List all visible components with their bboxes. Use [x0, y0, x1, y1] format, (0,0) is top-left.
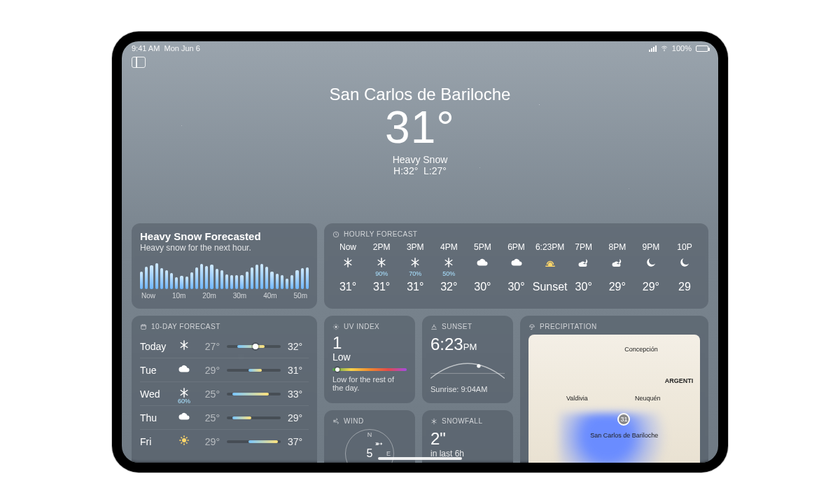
minute-xaxis-label: Now: [141, 292, 155, 300]
hourly-precip-pct: 90%: [375, 270, 388, 276]
wind-header-label: WIND: [344, 417, 364, 425]
precip-map[interactable]: Concepción ARGENTI Neuquén Valdivia 31 S…: [528, 335, 700, 463]
tenday-row[interactable]: Fri 29° 37°: [140, 429, 309, 453]
snowfall-card[interactable]: SNOWFALL 2" in last 6h: [422, 410, 513, 463]
uv-scale-bar: [332, 368, 407, 371]
hourly-slot[interactable]: 4PM 50% 32°: [433, 242, 464, 293]
ipad-frame: 9:41 AM Mon Jun 6 100% San Carlos de Bar…: [112, 31, 728, 472]
signal-icon: [649, 46, 657, 52]
status-right: 100%: [649, 44, 708, 52]
current-condition: Heavy Snow: [122, 154, 718, 165]
battery-icon: [696, 46, 708, 52]
minute-xaxis-label: 50m: [294, 292, 307, 300]
hourly-slot[interactable]: 6PM 30°: [500, 242, 531, 293]
tenday-low: 27°: [199, 341, 220, 352]
uv-header: UV INDEX: [332, 323, 407, 330]
wind-card[interactable]: WIND N E 5 ➶: [324, 410, 415, 463]
tenday-day: Tue: [140, 365, 169, 376]
sidebar-toggle-icon[interactable]: [132, 57, 146, 68]
hourly-slot[interactable]: 7PM 30°: [568, 242, 599, 293]
home-indicator[interactable]: [378, 457, 462, 460]
hourly-slot[interactable]: 10P 29: [669, 242, 700, 293]
sunset-icon: [430, 323, 438, 330]
wifi-icon: [661, 45, 668, 52]
sun-icon: [332, 323, 340, 330]
uv-note: Low for the rest of the day.: [332, 375, 407, 392]
tenday-row[interactable]: Tue 29° 31°: [140, 358, 309, 382]
compass-e: E: [386, 450, 391, 457]
hourly-temp: 29: [678, 281, 691, 293]
minute-subtitle: Heavy snow for the next hour.: [140, 243, 309, 253]
status-time: 9:41 AM: [132, 44, 160, 52]
hourly-time: 9PM: [643, 242, 660, 252]
minute-xaxis-label: 30m: [233, 292, 246, 300]
umbrella-icon: [528, 323, 536, 330]
snow-icon: [176, 339, 192, 354]
hourly-temp: 30°: [575, 281, 592, 293]
minute-bar-chart: [140, 260, 309, 289]
hero-panel: San Carlos de Bariloche 31° Heavy Snow H…: [122, 69, 718, 176]
sunset-card[interactable]: SUNSET 6:23PM Sunrise: 9:04AM: [422, 316, 513, 403]
hourly-temp: 30°: [474, 281, 491, 293]
precipitation-map-card[interactable]: PRECIPITATION Concepción ARGENTI Neuquén…: [520, 316, 708, 463]
moon-icon: [645, 256, 657, 269]
uv-index-card[interactable]: UV INDEX 1 Low Low for the rest of the d…: [324, 316, 415, 403]
hourly-time: Now: [340, 242, 356, 252]
precip-header-label: PRECIPITATION: [540, 323, 597, 330]
hourly-forecast-card[interactable]: HOURLY FORECAST Now 31°2PM 90% 31°3PM 70…: [324, 223, 708, 309]
precip-header: PRECIPITATION: [528, 323, 700, 330]
hourly-header: HOURLY FORECAST: [332, 230, 700, 238]
cloud-icon: [176, 410, 192, 425]
tenday-low: 29°: [199, 365, 220, 376]
tenday-range-bar: [227, 369, 281, 372]
tenday-header-label: 10-DAY FORECAST: [151, 323, 220, 330]
tenday-forecast-card[interactable]: 10-DAY FORECAST Today 27° 32°Tue 29° 31°…: [132, 316, 317, 463]
hourly-slot[interactable]: 3PM 70% 31°: [400, 242, 430, 293]
snow-icon: [409, 256, 421, 269]
hourly-temp: 29°: [609, 281, 626, 293]
wind-icon: [332, 418, 340, 425]
hourly-time: 2PM: [373, 242, 391, 252]
hourly-slot[interactable]: 8PM 29°: [602, 242, 633, 293]
hi-lo: H:32° L:27°: [122, 165, 718, 176]
low-temp: L:27°: [424, 165, 447, 176]
hourly-time: 6:23PM: [536, 242, 564, 252]
hourly-slot[interactable]: 2PM 90% 31°: [366, 242, 397, 293]
sunset-icon: [544, 256, 556, 269]
svg-point-0: [664, 50, 664, 51]
hourly-precip-pct: 70%: [409, 270, 421, 276]
snowfall-header-label: SNOWFALL: [442, 417, 482, 425]
high-temp: H:32°: [393, 165, 418, 176]
map-city: San Carlos de Bariloche: [590, 432, 658, 439]
hourly-temp: Sunset: [533, 281, 568, 293]
toolbar: [122, 55, 718, 69]
tenday-row[interactable]: Wed 60% 25° 33°: [140, 382, 309, 405]
tenday-day: Fri: [140, 436, 169, 447]
tenday-row[interactable]: Today 27° 32°: [140, 335, 309, 358]
hourly-slot[interactable]: 9PM 29°: [636, 242, 666, 293]
minute-forecast-card[interactable]: Heavy Snow Forecasted Heavy snow for the…: [132, 223, 317, 309]
tenday-row[interactable]: Thu 25° 29°: [140, 405, 309, 429]
cloud-icon: [476, 256, 489, 269]
detail-cards-grid: UV INDEX 1 Low Low for the rest of the d…: [324, 316, 708, 463]
cloud-icon: [510, 256, 523, 269]
hourly-row[interactable]: Now 31°2PM 90% 31°3PM 70% 31°4PM 50% 32°…: [332, 242, 700, 293]
uv-value: 1: [332, 335, 407, 351]
tenday-day: Thu: [140, 412, 169, 424]
tenday-high: 29°: [288, 412, 309, 424]
hourly-temp: 31°: [407, 281, 424, 293]
moon-icon: [678, 256, 691, 269]
cards-grid: Heavy Snow Forecasted Heavy snow for the…: [132, 223, 708, 453]
hourly-slot[interactable]: 5PM 30°: [467, 242, 498, 293]
minute-xaxis-label: 10m: [172, 292, 186, 300]
snow-icon: [342, 256, 354, 269]
minute-xaxis-label: 40m: [263, 292, 276, 300]
hourly-slot[interactable]: Now 31°: [332, 242, 363, 293]
current-temperature: 31°: [122, 104, 718, 151]
hourly-slot[interactable]: 6:23PM Sunset: [535, 242, 566, 293]
sunset-time: 6:23PM: [430, 335, 505, 354]
night-cloud-icon: [611, 256, 624, 269]
map-city: Concepción: [624, 346, 658, 353]
snowfall-amount: 2": [430, 429, 505, 449]
night-cloud-icon: [578, 256, 590, 269]
